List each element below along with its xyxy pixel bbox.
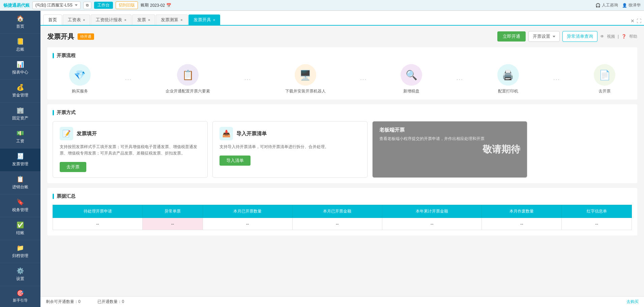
tab-bar: 首页 工资表 × 工资统计报表 × 发票 × 发票测算 × 发票开具 × xyxy=(40,11,644,26)
main-layout: 🏠首页📒总账📊报表中心💰资金管理🏢固定资产💵工资🧾发票管理📋进销台账🔖税务管理✅… xyxy=(0,11,644,307)
tab-invoice-issue-label: 发票开具 xyxy=(194,17,211,23)
tab-salary-report[interactable]: 工资统计报表 × xyxy=(91,15,131,25)
tab-invoice[interactable]: 发票 × xyxy=(132,15,155,25)
divider: | xyxy=(618,34,619,39)
settings-label: 开票设置 xyxy=(533,33,550,39)
salary-icon: 💵 xyxy=(17,130,24,137)
sidebar-item-home[interactable]: 🏠首页 xyxy=(0,11,40,34)
top-bar-right: 🎧 人工咨询 👤 徐泽华 xyxy=(595,2,641,8)
period-area: 账期 2023-02 📅 xyxy=(141,2,171,8)
sidebar-item-settings[interactable]: ⚙️设置 xyxy=(0,263,40,286)
tab-invoice-issue[interactable]: 发票开具 × xyxy=(188,15,220,25)
abnormal-query-button[interactable]: 异常清单查询 xyxy=(562,31,597,42)
tab-home[interactable]: 首页 xyxy=(43,15,62,25)
service-area[interactable]: 🎧 人工咨询 xyxy=(595,2,618,8)
question-icon: ❓ xyxy=(621,34,626,39)
sidebar-item-fund[interactable]: 💰资金管理 xyxy=(0,80,40,103)
page-header: 发票开具 待开通 立即开通 开票设置 异常清单查询 👁 视频 | ❓ xyxy=(47,31,637,42)
user-name: 徐泽华 xyxy=(628,2,641,8)
summary-section-title: 票据汇总 xyxy=(53,193,632,199)
open-invoice-icon: 📄 xyxy=(594,64,615,86)
sidebar-item-salary[interactable]: 💵工资 xyxy=(0,125,40,148)
col-monthly-amount: 本月已开票金额 xyxy=(292,205,382,218)
period-label: 账期 xyxy=(141,2,149,8)
taxdisk-label: 新增税盘 xyxy=(403,88,419,94)
printer-label: 配置打印机 xyxy=(498,88,518,94)
config-label: 企业开通配置开票六要素 xyxy=(166,88,210,94)
tab-close-invoice-calc[interactable]: × xyxy=(180,18,182,22)
flow-steps: 💎 购买服务 ⋯ 📋 企业开通配置开票六要素 ⋯ 🖥️ 下载并安装开票机器人 ⋯ xyxy=(53,64,632,94)
flow-step-download[interactable]: 🖥️ 下载并安装开票机器人 xyxy=(285,64,326,94)
flow-step-buy[interactable]: 💎 购买服务 xyxy=(69,64,91,94)
fund-label: 资金管理 xyxy=(12,92,28,98)
purchase-label: 进销台账 xyxy=(12,184,28,190)
sidebar-item-reports[interactable]: 📊报表中心 xyxy=(0,57,40,80)
archive-icon: 📁 xyxy=(17,244,24,252)
import-list-button[interactable]: 导入清单 xyxy=(219,156,251,166)
top-bar: 畅捷通易代账 (勾划) 江西服宝-LSS ⧉ 工作台 切到旧版 账期 2023-… xyxy=(0,0,644,11)
tab-close-icon[interactable]: ✕ xyxy=(631,18,635,24)
tab-close-invoice-issue[interactable]: × xyxy=(213,18,215,22)
method-card-boss: 老板端开票 查看老板端小程序提交的开票申请，并作出相应处理和开票 敬请期待 xyxy=(372,121,527,178)
flow-section: 开票流程 💎 购买服务 ⋯ 📋 企业开通配置开票六要素 ⋯ 🖥️ 下载并安装开票… xyxy=(47,47,637,100)
tab-invoice-calc[interactable]: 发票测算 × xyxy=(156,15,187,25)
fund-icon: 💰 xyxy=(17,84,24,91)
sidebar-item-guide[interactable]: 🎯 新手引导 xyxy=(0,286,40,306)
settings-button[interactable]: 开票设置 xyxy=(528,31,560,42)
avatar-icon: 👤 xyxy=(622,3,627,8)
settings-label: 设置 xyxy=(16,276,24,282)
flow-step-open[interactable]: 📄 去开票 xyxy=(594,64,615,94)
sidebar-item-tax[interactable]: 🔖税务管理 xyxy=(0,194,40,217)
sidebar-item-archive[interactable]: 📁归档管理 xyxy=(0,240,40,263)
flow-step-printer[interactable]: 🖨️ 配置打印机 xyxy=(497,64,519,94)
summary-table: 待处理开票申请 异常单票 本月已开票数量 本月已开票金额 本年累计开票金额 本月… xyxy=(53,205,632,230)
reports-icon: 📊 xyxy=(17,61,24,68)
salary-label: 工资 xyxy=(16,138,24,144)
calendar-icon[interactable]: 📅 xyxy=(166,3,171,8)
workstation-button[interactable]: 工作台 xyxy=(94,2,113,9)
period-value: 2023-02 xyxy=(150,3,165,8)
tab-close-invoice[interactable]: × xyxy=(148,18,150,22)
sidebar-item-purchase[interactable]: 📋进销台账 xyxy=(0,171,40,194)
download-label: 下载并安装开票机器人 xyxy=(285,88,326,94)
immediate-open-button[interactable]: 立即开通 xyxy=(497,31,526,41)
company-selector[interactable]: (勾划) 江西服宝-LSS xyxy=(32,1,81,9)
settings-chevron-icon xyxy=(553,36,555,37)
sidebar-item-ledger[interactable]: 📒总账 xyxy=(0,34,40,57)
open-invoice-label: 去开票 xyxy=(598,88,611,94)
flow-section-title: 开票流程 xyxy=(53,53,632,59)
sidebar: 🏠首页📒总账📊报表中心💰资金管理🏢固定资产💵工资🧾发票管理📋进销台账🔖税务管理✅… xyxy=(0,11,40,307)
header-actions: 立即开通 开票设置 异常清单查询 👁 视频 | ❓ 帮助 xyxy=(497,31,637,42)
flow-step-config[interactable]: 📋 企业开通配置开票六要素 xyxy=(166,64,210,94)
import-invoice-title: 导入开票清单 xyxy=(236,131,267,137)
opened-label: 已开通数量：0 xyxy=(97,299,124,304)
buy-service-icon: 💎 xyxy=(69,64,91,86)
sidebar-item-assets[interactable]: 🏢固定资产 xyxy=(0,103,40,125)
sidebar-item-closing[interactable]: ✅结账 xyxy=(0,217,40,240)
boss-invoice-title: 老板端开票 xyxy=(379,127,405,133)
val-monthly-amount: -- xyxy=(292,218,382,230)
config-icon: 📋 xyxy=(177,64,199,86)
tab-expand-icon[interactable]: ⛶ xyxy=(637,18,641,24)
buy-link[interactable]: 去购买 xyxy=(626,299,639,305)
tab-salary-table[interactable]: 工资表 × xyxy=(63,15,90,25)
content-area: 首页 工资表 × 工资统计报表 × 发票 × 发票测算 × 发票开具 × xyxy=(40,11,644,307)
method-card-fill-header: 📝 发票填开 xyxy=(60,127,201,140)
flow-step-taxdisk[interactable]: 🔍 新增税盘 xyxy=(401,64,422,94)
ledger-label: 总账 xyxy=(16,47,24,52)
assets-label: 固定资产 xyxy=(12,115,28,121)
printer-icon: 🖨️ xyxy=(497,64,519,86)
flow-arrow-1: ⋯ xyxy=(125,75,131,83)
help-label: 帮助 xyxy=(629,34,637,39)
val-pending: -- xyxy=(53,218,143,230)
copy-button[interactable]: ⧉ xyxy=(83,2,91,9)
flow-arrow-4: ⋯ xyxy=(456,75,463,83)
user-area[interactable]: 👤 徐泽华 xyxy=(622,2,641,8)
go-invoice-button[interactable]: 去开票 xyxy=(60,162,86,172)
sidebar-item-invoice[interactable]: 🧾发票管理 xyxy=(0,148,40,171)
col-void-qty: 本月作废数量 xyxy=(482,205,562,218)
tab-close-salary-table[interactable]: × xyxy=(83,18,85,22)
old-version-button[interactable]: 切到旧版 xyxy=(116,1,138,9)
val-abnormal: -- xyxy=(143,218,203,230)
tab-close-salary-report[interactable]: × xyxy=(124,18,126,22)
